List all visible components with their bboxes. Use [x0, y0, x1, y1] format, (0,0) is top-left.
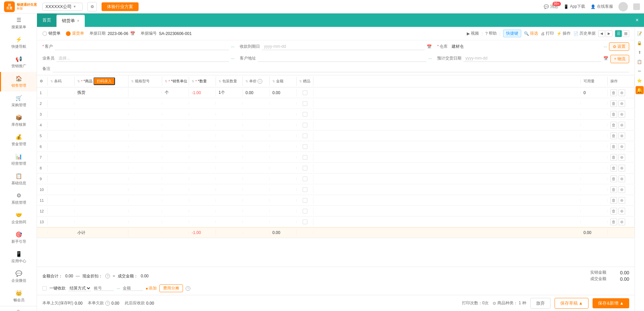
delete-btn[interactable]: 🗑 — [610, 122, 617, 128]
calendar-icon[interactable]: 📅 — [130, 31, 135, 36]
sidebar-item-purchase[interactable]: 🛒 采购管理 — [0, 91, 37, 111]
radio-return[interactable]: 退货单 — [66, 31, 84, 36]
sidebar-item-inventory[interactable]: 📦 库存核算 — [0, 111, 37, 130]
tab-home[interactable]: 首页 — [37, 13, 56, 27]
sidebar-item-wechat[interactable]: 💬 企业微信 — [0, 267, 37, 286]
rp-clipboard[interactable]: 📋 — [636, 58, 644, 66]
gift-checkbox[interactable] — [303, 177, 307, 181]
copy-btn[interactable]: ⊕ — [618, 219, 625, 225]
sidebar-item-search[interactable]: ☰ 搜索菜单 — [0, 13, 37, 33]
gift-checkbox-1[interactable] — [303, 90, 307, 95]
row-pkgqty-1[interactable]: 1个 — [216, 88, 243, 97]
view-list-btn[interactable]: ☰ — [615, 30, 622, 37]
gift-checkbox[interactable] — [303, 166, 307, 170]
remark-input[interactable] — [52, 65, 629, 72]
copy-btn[interactable]: ⊕ — [618, 208, 625, 215]
settings-icon[interactable]: ⚙ — [87, 2, 97, 11]
sidebar-item-sales[interactable]: 🏠 销售管理 — [0, 72, 37, 91]
app-download-button[interactable]: 📱 App下载 — [564, 4, 585, 9]
scan-button[interactable]: 扫码录入 — [93, 77, 115, 85]
delete-btn[interactable]: 🗑 — [610, 197, 617, 204]
rp-star[interactable]: ⭐ — [636, 77, 644, 85]
add-button[interactable]: ● 添加 — [146, 285, 157, 291]
logistics-button[interactable]: + 物流 — [610, 55, 629, 63]
tab-bar-close-icon[interactable]: × — [630, 17, 644, 23]
company-dropdown[interactable]: XXXXXX公司 ▼ — [42, 3, 83, 11]
copy-btn[interactable]: ⊕ — [618, 154, 625, 161]
sidebar-item-appstore[interactable]: 📱 应用中心 — [0, 247, 37, 267]
delete-btn[interactable]: 🗑 — [610, 154, 617, 161]
gift-checkbox[interactable] — [303, 209, 307, 213]
customer-dots[interactable]: ··· — [231, 44, 234, 49]
settings-button[interactable]: ⚙ 设置 — [609, 42, 629, 51]
sidebar-item-marketing[interactable]: 📢 营销推广 — [0, 52, 37, 72]
row-note-1[interactable] — [313, 91, 581, 94]
delete-btn[interactable]: 🗑 — [610, 143, 617, 150]
gift-checkbox[interactable] — [303, 155, 307, 160]
row-amount-1[interactable]: 0.00 — [270, 89, 297, 96]
delete-btn[interactable]: 🗑 — [610, 208, 617, 215]
rp-lock[interactable]: 🔒 — [636, 39, 644, 47]
row-product-2[interactable] — [75, 102, 128, 105]
sidebar-item-enterprise[interactable]: 🤝 企业协同 — [0, 208, 37, 228]
gift-checkbox[interactable] — [303, 198, 307, 203]
delete-btn[interactable]: 🗑 — [610, 219, 617, 225]
tool-shortcut[interactable]: 快捷键 — [503, 30, 521, 37]
tab-close-icon[interactable]: × — [77, 18, 79, 23]
rp-upload[interactable]: ⬆ — [636, 48, 644, 56]
cash-discount-info-icon[interactable]: ? — [105, 274, 110, 278]
expense-info-icon[interactable]: ? — [186, 286, 190, 291]
sidebar-item-basic[interactable]: 📋 基础信息 — [0, 169, 37, 189]
tool-filter[interactable]: 🔍 筛选 — [524, 31, 538, 36]
save-draft-button[interactable]: 保存草稿 ▲ — [555, 298, 589, 309]
row-qty-1[interactable]: -1.00 — [189, 89, 216, 96]
save-new-button[interactable]: 保存&新增 ▲ — [593, 298, 629, 308]
row-product-1[interactable]: 拣货 — [75, 88, 128, 97]
row-spec-1[interactable] — [128, 91, 162, 94]
payment-method-select[interactable]: 结算方式 — [68, 285, 91, 291]
expected-date-calendar-icon[interactable]: 📅 — [603, 56, 608, 61]
copy-btn[interactable]: ⊕ — [618, 186, 625, 193]
one-click-pay-checkbox[interactable] — [42, 286, 47, 290]
discard-button[interactable]: 放弃 — [530, 298, 551, 309]
copy-btn[interactable]: ⊕ — [618, 122, 625, 128]
copy-btn[interactable]: ⊕ — [618, 111, 625, 118]
row-barcode-1[interactable] — [48, 91, 75, 94]
copy-btn[interactable]: ⊕ — [618, 197, 625, 204]
rp-active[interactable]: 🔔 — [636, 86, 644, 94]
customer-address-input[interactable] — [258, 55, 426, 62]
copy-btn[interactable]: ⊕ — [618, 132, 625, 139]
due-date-input[interactable] — [262, 43, 425, 50]
copy-btn[interactable]: ⊕ — [618, 100, 625, 107]
tab-sales-order[interactable]: 销货单 × — [56, 15, 85, 27]
gift-checkbox[interactable] — [303, 101, 307, 106]
copy-btn-1[interactable]: ⊕ — [618, 89, 625, 96]
delete-btn[interactable]: 🗑 — [610, 176, 617, 182]
next-arrow[interactable]: ▶ — [606, 30, 612, 37]
sidebar-item-quicknav[interactable]: ⚡ 快捷导航 — [0, 33, 37, 52]
account-input[interactable] — [94, 286, 114, 291]
account-dots[interactable]: ··· — [117, 286, 120, 291]
tool-operation[interactable]: ⚡ 操作 — [557, 31, 571, 36]
sidebar-settings[interactable]: ⚙ — [0, 306, 37, 311]
delete-btn[interactable]: 🗑 — [610, 132, 617, 139]
gift-checkbox[interactable] — [303, 123, 307, 127]
gift-checkbox[interactable] — [303, 112, 307, 117]
price-info-icon[interactable]: i — [258, 79, 262, 84]
prev-arrow[interactable]: ◀ — [598, 30, 605, 37]
company-selector[interactable]: XXXXXX公司 ▼ ⚙ 体验行业方案 — [42, 2, 139, 11]
view-grid-btn[interactable]: ⊞ — [622, 30, 629, 37]
delete-btn[interactable]: 🗑 — [610, 186, 617, 193]
th-gear[interactable]: ⚙ — [37, 77, 48, 85]
sidebar-item-finance[interactable]: 💰 资金管理 — [0, 130, 37, 150]
row-unit-1[interactable]: 个 — [162, 88, 189, 97]
copy-btn[interactable]: ⊕ — [618, 165, 625, 171]
salesperson-dots[interactable]: ··· — [231, 56, 234, 61]
gift-checkbox[interactable] — [303, 144, 307, 149]
rp-edit[interactable]: ✏ — [636, 67, 644, 75]
tool-history[interactable]: 📄 历史单据 — [573, 31, 596, 36]
gift-checkbox[interactable] — [303, 220, 307, 224]
customer-address-dots[interactable]: ··· — [428, 56, 432, 61]
delete-btn[interactable]: 🗑 — [610, 100, 617, 107]
due-date-calendar-icon[interactable]: 📅 — [427, 44, 432, 49]
